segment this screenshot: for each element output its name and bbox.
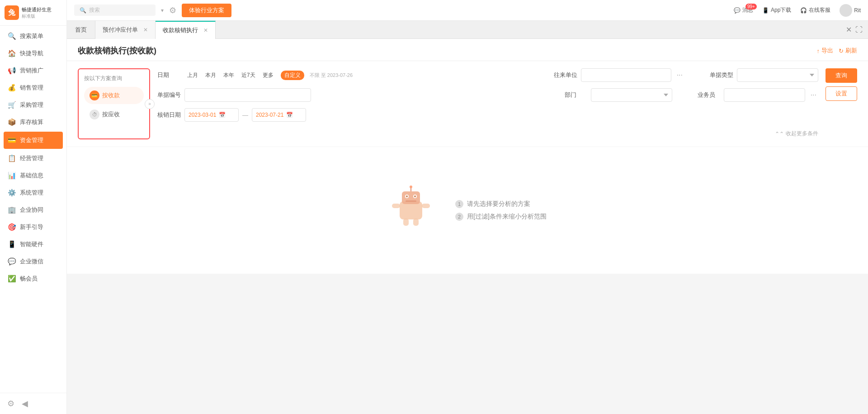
dept-label: 部门 bbox=[565, 91, 587, 99]
sidebar-item-inventory[interactable]: 📦 库存核算 bbox=[0, 114, 66, 131]
sidebar-item-operations[interactable]: 📋 经营管理 bbox=[0, 150, 66, 167]
sidebar-item-guide[interactable]: 🎯 新手引导 bbox=[0, 219, 66, 236]
sidebar-item-system[interactable]: ⚙️ 系统管理 bbox=[0, 184, 66, 201]
sidebar-item-quicknav[interactable]: 🏠 快捷导航 bbox=[0, 45, 66, 62]
sidebar-item-enterprise[interactable]: 🏢 企业协同 bbox=[0, 201, 66, 219]
tab-close-all-icon[interactable]: ✕ bbox=[846, 25, 852, 34]
tab-prepay-close[interactable]: ✕ bbox=[143, 27, 148, 33]
message-badge: 99+ bbox=[745, 4, 757, 10]
service-icon: 🎧 bbox=[800, 7, 807, 14]
filter-row-2: 单据编号 部门 业务员 ··· bbox=[157, 88, 818, 102]
verify-date-start-input[interactable]: 2023-03-01 📅 bbox=[184, 108, 239, 122]
doc-type-select[interactable] bbox=[737, 68, 818, 82]
receivable-option-icon: ⏱ bbox=[90, 109, 99, 119]
tab-receipt-verify-close[interactable]: ✕ bbox=[203, 27, 208, 33]
sidebar-item-sales[interactable]: 💰 销售管理 bbox=[0, 79, 66, 96]
verify-date-label: 核销日期 bbox=[157, 111, 181, 119]
empty-tip-1: 1 请先选择要分析的方案 bbox=[455, 200, 547, 208]
main-area: 🔍 搜索 ▾ ⚙ 体验行业方案 💬 消息 99+ 📱 App下载 🎧 在线客服 … bbox=[67, 0, 868, 414]
tab-home[interactable]: 首页 bbox=[67, 21, 95, 39]
more-conditions-btn[interactable]: ⌃⌃ 收起更多条件 bbox=[775, 130, 818, 138]
date-tab-this-month[interactable]: 本月 bbox=[202, 70, 220, 81]
page-header-actions: ↑ 导出 ↻ 刷新 bbox=[817, 47, 858, 55]
sidebar-item-wechat[interactable]: 💬 企业微信 bbox=[0, 253, 66, 270]
logo-icon: 兔 bbox=[5, 5, 19, 20]
date-tab-7days[interactable]: 近7天 bbox=[238, 70, 259, 81]
collapse-sidebar-icon[interactable]: ◀ bbox=[22, 399, 28, 409]
date-tabs: 上月 本月 本年 近7天 更多 bbox=[184, 70, 277, 81]
sidebar-nav: 🔍 搜索菜单 🏠 快捷导航 📢 营销推广 💰 销售管理 🛒 采购管理 📦 库存核… bbox=[0, 26, 66, 393]
wechat-icon: 💬 bbox=[7, 257, 16, 266]
tip-num-2: 2 bbox=[455, 213, 463, 221]
sidebar-item-purchase[interactable]: 🛒 采购管理 bbox=[0, 96, 66, 114]
empty-state: 1 请先选择要分析的方案 2 用[过滤]条件来缩小分析范围 bbox=[67, 147, 868, 274]
filter-group-date: 日期 上月 本月 本年 近7天 更多 自定义 不限 至 2023-07-26 bbox=[157, 70, 353, 81]
sidebar-item-marketing[interactable]: 📢 营销推广 bbox=[0, 62, 66, 79]
svg-rect-11 bbox=[403, 219, 409, 226]
filter-by-receivable[interactable]: ⏱ 按应收 bbox=[84, 106, 144, 123]
date-custom-tag[interactable]: 自定义 bbox=[281, 71, 304, 80]
query-actions: 查询 设置 bbox=[826, 68, 857, 101]
empty-robot-svg bbox=[388, 183, 434, 228]
settings-filter-btn[interactable]: 设置 bbox=[826, 86, 857, 101]
empty-image bbox=[388, 183, 434, 228]
topbar-search-box[interactable]: 🔍 搜索 bbox=[74, 5, 156, 16]
svg-rect-6 bbox=[406, 200, 416, 202]
date-tab-last-month[interactable]: 上月 bbox=[184, 70, 202, 81]
page-title: 收款核销执行(按收款) bbox=[78, 45, 156, 56]
tab-prepay[interactable]: 预付冲应付单 ✕ bbox=[95, 21, 156, 39]
salesperson-label: 业务员 bbox=[698, 91, 720, 99]
tab-receipt-verify[interactable]: 收款核销执行 ✕ bbox=[156, 21, 216, 39]
counterparty-label: 往来单位 bbox=[554, 71, 577, 79]
home-icon: 🏠 bbox=[7, 49, 16, 57]
query-btn[interactable]: 查询 bbox=[826, 68, 857, 83]
sidebar-item-search[interactable]: 🔍 搜索菜单 bbox=[0, 28, 66, 45]
sidebar-item-hardware[interactable]: 📱 智能硬件 bbox=[0, 236, 66, 253]
logo-area: 兔 畅捷通好生意 标准版 bbox=[0, 0, 66, 26]
doc-num-input[interactable] bbox=[184, 88, 311, 102]
sidebar-item-basic[interactable]: 📊 基础信息 bbox=[0, 167, 66, 184]
doc-num-label: 单据编号 bbox=[157, 91, 181, 99]
finance-icon: 💳 bbox=[7, 136, 16, 144]
salesperson-input[interactable] bbox=[724, 88, 805, 102]
counterparty-dots-btn[interactable]: ··· bbox=[675, 71, 684, 79]
salesperson-dots-btn[interactable]: ··· bbox=[809, 91, 818, 99]
guide-icon: 🎯 bbox=[7, 223, 16, 231]
filter-area: 按以下方案查询 💳 按收款 ⏱ 按应收 » 日期 bbox=[67, 61, 868, 147]
export-icon: ↑ bbox=[817, 48, 820, 54]
purchase-icon: 🛒 bbox=[7, 101, 16, 109]
filter-row-3: 核销日期 2023-03-01 📅 — 2023-07-21 📅 bbox=[157, 108, 818, 122]
right-filter-container: 日期 上月 本月 本年 近7天 更多 自定义 不限 至 2023-07-26 bbox=[157, 68, 857, 139]
chevron-up-icon: ⌃⌃ bbox=[775, 131, 784, 137]
settings-bottom-icon[interactable]: ⚙ bbox=[7, 399, 14, 409]
topbar-online-service[interactable]: 🎧 在线客服 bbox=[800, 6, 830, 14]
topbar-chevron-icon[interactable]: ▾ bbox=[161, 7, 164, 14]
marketing-icon: 📢 bbox=[7, 67, 16, 75]
topbar-user[interactable]: Rit bbox=[840, 4, 861, 17]
topbar-message[interactable]: 💬 消息 99+ bbox=[734, 6, 753, 14]
refresh-btn[interactable]: ↻ 刷新 bbox=[839, 47, 857, 55]
svg-rect-9 bbox=[392, 204, 400, 208]
left-panel-collapse-btn[interactable]: » bbox=[145, 99, 155, 109]
sidebar-item-member[interactable]: ✅ 畅会员 bbox=[0, 270, 66, 287]
empty-tips: 1 请先选择要分析的方案 2 用[过滤]条件来缩小分析范围 bbox=[455, 200, 547, 221]
date-dash: — bbox=[242, 112, 248, 119]
filter-group-salesperson: 业务员 ··· bbox=[698, 88, 818, 102]
verify-date-end-input[interactable]: 2023-07-21 📅 bbox=[252, 108, 306, 122]
date-tab-more[interactable]: 更多 bbox=[259, 70, 277, 81]
topbar-app-download[interactable]: 📱 App下载 bbox=[762, 6, 791, 14]
filter-by-receipt[interactable]: 💳 按收款 bbox=[84, 87, 144, 104]
svg-point-8 bbox=[410, 186, 412, 188]
date-tab-this-year[interactable]: 本年 bbox=[220, 70, 238, 81]
counterparty-input[interactable] bbox=[581, 68, 671, 82]
left-panel: 按以下方案查询 💳 按收款 ⏱ 按应收 » bbox=[78, 68, 150, 139]
tab-expand-icon[interactable]: ⛶ bbox=[855, 26, 863, 34]
export-btn[interactable]: ↑ 导出 bbox=[817, 47, 834, 55]
topbar-gear-icon[interactable]: ⚙ bbox=[169, 5, 176, 15]
sidebar-bottom: ⚙ ◀ bbox=[0, 393, 66, 414]
industry-btn[interactable]: 体验行业方案 bbox=[182, 4, 231, 17]
sidebar-item-finance[interactable]: 💳 资金管理 bbox=[4, 132, 63, 149]
dept-select[interactable] bbox=[591, 88, 672, 102]
enterprise-icon: 🏢 bbox=[7, 206, 16, 214]
refresh-icon: ↻ bbox=[839, 48, 844, 54]
